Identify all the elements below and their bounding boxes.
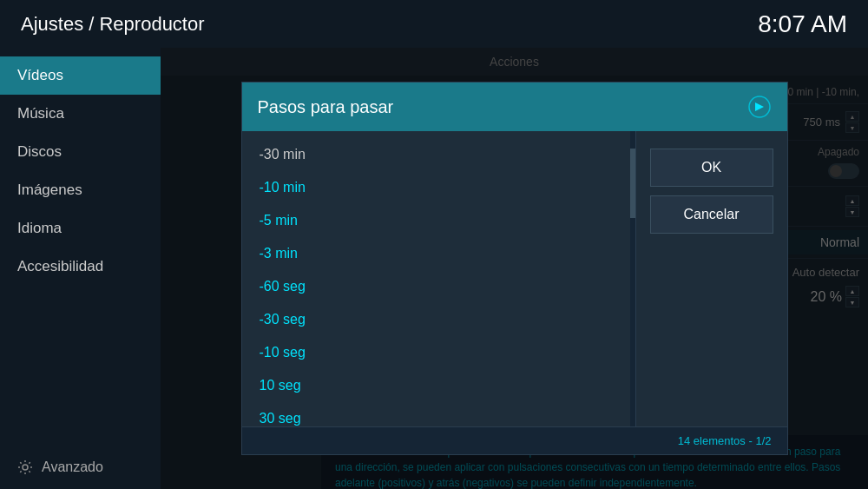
list-item-m3min[interactable]: -3 min xyxy=(242,237,635,270)
sidebar-item-videos[interactable]: Vídeos xyxy=(0,56,161,95)
list-item-m30seg[interactable]: -30 seg xyxy=(242,303,635,336)
list-item-m60seg[interactable]: -60 seg xyxy=(242,270,635,303)
list-item-30seg[interactable]: 30 seg xyxy=(242,402,635,426)
list-item-m10min[interactable]: -10 min xyxy=(242,171,635,204)
modal-close-button[interactable] xyxy=(747,95,772,119)
sidebar-item-discos[interactable]: Discos xyxy=(0,133,161,171)
modal-buttons: OK Cancelar xyxy=(635,131,787,426)
modal-header: Pasos para pasar xyxy=(242,83,787,131)
cancelar-button[interactable]: Cancelar xyxy=(650,195,773,234)
modal-footer: 14 elementos - 1/2 xyxy=(242,426,787,454)
modal-dialog: Pasos para pasar -30 min xyxy=(241,82,788,455)
content-area: Acciones min, 10 min | -10 min, 750 ms ▲… xyxy=(161,48,868,489)
modal-title: Pasos para pasar xyxy=(258,97,394,117)
list-item-m10seg[interactable]: -10 seg xyxy=(242,336,635,369)
svg-point-2 xyxy=(23,465,28,470)
page-title: Ajustes / Reproductor xyxy=(21,13,205,36)
sidebar-item-idioma[interactable]: Idioma xyxy=(0,209,161,248)
sidebar: Vídeos Música Discos Imágenes Idioma Acc… xyxy=(0,48,161,489)
scrollbar-thumb[interactable] xyxy=(630,149,635,218)
scrollbar-track xyxy=(630,131,635,426)
ok-button[interactable]: OK xyxy=(650,149,773,187)
main-layout: Vídeos Música Discos Imágenes Idioma Acc… xyxy=(0,48,868,489)
sidebar-item-musica[interactable]: Música xyxy=(0,95,161,133)
list-item-10seg[interactable]: 10 seg xyxy=(242,369,635,402)
sidebar-item-imagenes[interactable]: Imágenes xyxy=(0,171,161,209)
list-item-m5min[interactable]: -5 min xyxy=(242,204,635,237)
sidebar-item-advanced[interactable]: Avanzado xyxy=(0,446,161,489)
modal-count: 14 elementos - 1/2 xyxy=(678,434,772,447)
list-item-m30min[interactable]: -30 min xyxy=(242,138,635,171)
kodi-icon xyxy=(748,96,771,118)
modal-body: -30 min -10 min -5 min -3 min -60 seg xyxy=(242,131,787,426)
gear-icon xyxy=(17,459,33,475)
modal-overlay: Pasos para pasar -30 min xyxy=(161,48,868,489)
modal-list[interactable]: -30 min -10 min -5 min -3 min -60 seg xyxy=(242,131,635,426)
clock: 8:07 AM xyxy=(758,10,847,38)
sidebar-item-accesibilidad[interactable]: Accesibilidad xyxy=(0,248,161,286)
header: Ajustes / Reproductor 8:07 AM xyxy=(0,0,868,48)
